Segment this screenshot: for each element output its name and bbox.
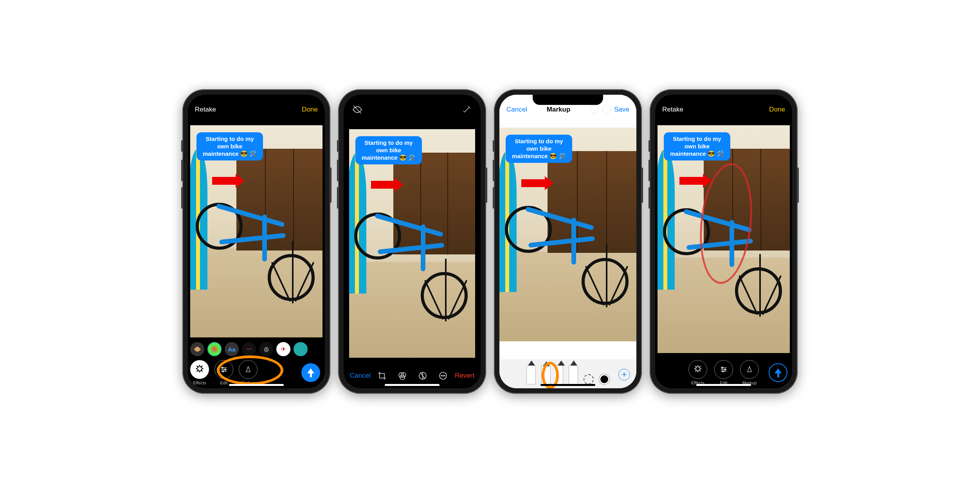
- revert-button[interactable]: Revert: [455, 372, 474, 380]
- app-generic-icon[interactable]: [294, 342, 308, 356]
- svg-point-8: [441, 375, 442, 376]
- notch: [688, 95, 759, 105]
- photo-preview[interactable]: Starting to do my own bike maintenance 😎…: [349, 129, 475, 358]
- bottom-tool-row: Effects Edit Markup: [655, 357, 792, 388]
- pen-tool-icon[interactable]: [526, 365, 536, 384]
- home-indicator[interactable]: [229, 384, 284, 386]
- more-icon[interactable]: [438, 371, 448, 381]
- photo-canvas[interactable]: Starting to do my own bike maintenance 😎…: [499, 128, 636, 341]
- photo-preview: Starting to do my own bike maintenance 😎…: [190, 125, 322, 337]
- retake-button[interactable]: Retake: [195, 106, 216, 114]
- adjust-icon[interactable]: [418, 371, 428, 381]
- red-arrow-annotation: [212, 177, 237, 185]
- caption-bubble[interactable]: Starting to do my own bike maintenance 😎…: [196, 132, 263, 160]
- send-button[interactable]: [301, 363, 320, 382]
- app-digital-touch-icon[interactable]: 〰: [242, 342, 256, 356]
- imessage-apps-row[interactable]: 🐵 Aa 〰 ◎ ✈: [190, 341, 322, 357]
- markup-button[interactable]: [740, 360, 759, 379]
- undo-icon[interactable]: [590, 105, 598, 114]
- markup-title: Markup: [527, 106, 590, 114]
- edit-label: Edit: [220, 380, 228, 385]
- lasso-tool-icon[interactable]: [584, 374, 594, 384]
- screen-markup: Cancel Markup Save: [499, 95, 636, 388]
- done-button[interactable]: Done: [302, 106, 318, 114]
- edit-button[interactable]: [714, 360, 733, 379]
- effects-button[interactable]: [688, 360, 707, 379]
- done-button[interactable]: Done: [769, 106, 785, 114]
- hide-icon[interactable]: [351, 103, 364, 116]
- save-button[interactable]: Save: [614, 106, 629, 114]
- svg-point-11: [722, 367, 723, 369]
- retake-button[interactable]: Retake: [662, 106, 683, 114]
- effects-label: Effects: [193, 380, 206, 385]
- svg-point-9: [443, 375, 443, 376]
- eraser-tool-icon[interactable]: [569, 365, 578, 384]
- svg-point-12: [724, 369, 726, 370]
- app-animoji-icon[interactable]: 🐵: [190, 342, 204, 356]
- app-activity-icon[interactable]: ◎: [259, 342, 273, 356]
- redo-icon[interactable]: [602, 105, 611, 114]
- phone-frame: Starting to do my own bike maintenance 😎…: [338, 89, 486, 394]
- send-button[interactable]: [769, 363, 787, 382]
- tutorial-highlight-oval: [217, 355, 283, 385]
- bottom-tool-row: Effects Edit Markup: [188, 357, 325, 388]
- magic-wand-icon[interactable]: [460, 103, 474, 116]
- phone-frame: Retake Done: [182, 89, 330, 394]
- notch: [533, 95, 603, 105]
- screen-photo-edit: Starting to do my own bike maintenance 😎…: [344, 95, 481, 388]
- add-shape-button[interactable]: +: [618, 369, 630, 380]
- caption-bubble[interactable]: Starting to do my own bike maintenance 😎…: [664, 132, 730, 160]
- red-arrow-annotation: [679, 177, 704, 185]
- caption-bubble: Starting to do my own bike maintenance 😎…: [506, 135, 572, 163]
- phone-frame: Cancel Markup Save: [494, 89, 642, 394]
- home-indicator[interactable]: [540, 384, 595, 386]
- effects-button[interactable]: [190, 360, 209, 379]
- red-arrow-annotation: [371, 181, 396, 189]
- caption-bubble: Starting to do my own bike maintenance 😎…: [355, 136, 422, 164]
- screen-camera-preview-after-markup: Retake Done: [655, 95, 792, 388]
- notch: [377, 95, 447, 105]
- app-photos-icon[interactable]: [207, 342, 222, 356]
- filters-icon[interactable]: [397, 371, 407, 381]
- svg-point-10: [444, 375, 445, 376]
- notch: [221, 95, 292, 105]
- cancel-button[interactable]: Cancel: [506, 106, 527, 114]
- screen-camera-preview: Retake Done: [188, 95, 325, 388]
- crop-icon[interactable]: [377, 371, 387, 381]
- photo-preview: Starting to do my own bike maintenance 😎…: [658, 125, 790, 353]
- color-picker-icon[interactable]: [599, 374, 609, 384]
- app-airline-icon[interactable]: ✈: [276, 342, 290, 356]
- svg-point-13: [722, 371, 724, 372]
- home-indicator[interactable]: [696, 384, 751, 386]
- phone-frame: Retake Done: [650, 89, 798, 394]
- red-arrow-annotation: [521, 179, 546, 187]
- cancel-button[interactable]: Cancel: [350, 372, 371, 380]
- app-text-effects-icon[interactable]: Aa: [225, 342, 239, 356]
- home-indicator[interactable]: [385, 384, 440, 386]
